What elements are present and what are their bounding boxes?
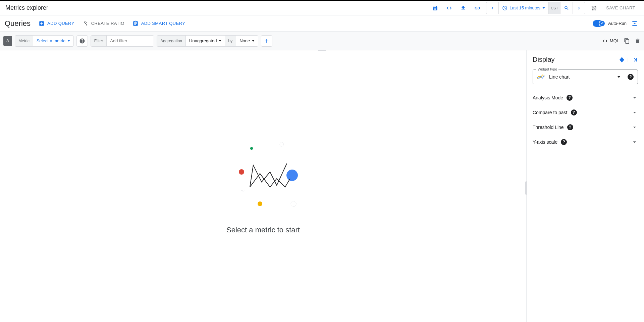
panel-resize-handle[interactable]: [525, 181, 527, 195]
help-icon[interactable]: ?: [567, 124, 573, 130]
accordion-title: Analysis Mode: [533, 95, 563, 100]
aggregation-label: Aggregation: [157, 36, 186, 46]
by-label: by: [225, 36, 236, 46]
metric-value-text: Select a metric: [37, 38, 65, 43]
svg-point-5: [291, 201, 296, 206]
chevron-down-icon: [67, 40, 70, 42]
query-row: A Metric Select a metric Filter Aggregat…: [0, 32, 644, 50]
sort-icon[interactable]: [620, 57, 624, 62]
time-prev-button[interactable]: [486, 2, 499, 14]
delete-query-icon[interactable]: [635, 38, 641, 44]
add-query-button[interactable]: ADD QUERY: [39, 20, 74, 27]
collapse-queries-icon[interactable]: [630, 19, 639, 28]
time-zoom-button[interactable]: [560, 2, 573, 14]
accordion-threshold-line[interactable]: Threshold Line ?: [533, 120, 638, 135]
svg-point-2: [258, 201, 262, 206]
metric-value-button[interactable]: Select a metric: [33, 36, 73, 46]
widget-type-legend: Widget type: [536, 67, 558, 71]
display-panel: Display | Widget type Line chart ?: [527, 50, 644, 322]
widget-help-icon[interactable]: ?: [628, 74, 634, 80]
download-icon[interactable]: [457, 1, 470, 15]
line-chart-icon: [537, 74, 545, 80]
aggregation-value-text: Unaggregated: [189, 38, 217, 43]
widget-type-select[interactable]: Widget type Line chart ?: [533, 70, 638, 84]
row-resize-handle[interactable]: [318, 50, 326, 51]
widget-type-value: Line chart: [549, 74, 613, 80]
aggregation-value-button[interactable]: Unaggregated: [186, 36, 225, 46]
timezone-label[interactable]: CST: [549, 2, 560, 14]
collapse-panel-icon[interactable]: [632, 57, 638, 63]
save-chart-button[interactable]: SAVE CHART: [601, 2, 640, 14]
help-icon[interactable]: ?: [567, 95, 573, 101]
app-header: Metrics explorer Last 15 minutes CST: [0, 1, 644, 15]
metric-selector: Metric Select a metric: [15, 35, 74, 47]
save-query-icon[interactable]: [428, 1, 442, 15]
add-smart-query-button[interactable]: ADD SMART QUERY: [132, 20, 185, 27]
page-title: Metrics explorer: [4, 4, 48, 11]
code-icon[interactable]: [442, 1, 456, 15]
autorun-label: Auto-Run: [608, 21, 627, 26]
filter-input-group: Filter: [91, 35, 154, 47]
create-ratio-label: CREATE RATIO: [91, 21, 124, 26]
mql-label: MQL: [610, 38, 619, 43]
svg-point-0: [250, 147, 253, 150]
queries-toolbar: Queries ADD QUERY CREATE RATIO ADD SMART…: [0, 15, 644, 32]
time-range-button[interactable]: Last 15 minutes: [499, 2, 549, 14]
svg-point-3: [286, 170, 298, 181]
link-icon[interactable]: [471, 1, 484, 15]
query-id-badge[interactable]: A: [3, 36, 12, 46]
mql-button[interactable]: MQL: [602, 38, 619, 44]
accordion-title: Compare to past: [533, 110, 568, 115]
chevron-down-icon: [631, 124, 638, 131]
svg-rect-6: [636, 58, 637, 61]
chevron-down-icon: [219, 40, 221, 42]
add-smart-query-label: ADD SMART QUERY: [141, 21, 185, 26]
accordion-compare-to-past[interactable]: Compare to past ?: [533, 105, 638, 120]
by-value-button[interactable]: None: [236, 36, 258, 46]
chevron-down-icon: [618, 76, 620, 78]
header-toolbar: Last 15 minutes CST SAVE CHART: [428, 1, 640, 15]
content-area: Select a metric to start Display | Widge…: [0, 50, 644, 322]
queries-title: Queries: [5, 19, 31, 28]
add-query-label: ADD QUERY: [47, 21, 74, 26]
sync-disabled-icon[interactable]: [587, 1, 601, 15]
filter-label: Filter: [91, 36, 107, 46]
aggregation-group: Aggregation Unaggregated by None: [157, 35, 258, 47]
display-panel-title: Display: [533, 56, 555, 63]
svg-point-1: [239, 169, 244, 175]
metric-help-icon[interactable]: [76, 35, 88, 47]
time-range-label: Last 15 minutes: [509, 5, 540, 10]
chevron-down-icon: [631, 109, 638, 116]
autorun-toggle[interactable]: [593, 20, 605, 27]
chevron-down-icon: [631, 139, 638, 145]
help-icon[interactable]: ?: [571, 109, 577, 116]
copy-query-icon[interactable]: [624, 38, 630, 44]
accordion-title: Threshold Line: [533, 125, 564, 130]
time-range-picker: Last 15 minutes CST: [486, 2, 585, 14]
help-icon[interactable]: ?: [561, 139, 567, 145]
accordion-title: Y-axis scale: [533, 139, 557, 145]
accordion-analysis-mode[interactable]: Analysis Mode ?: [533, 90, 638, 105]
chevron-down-icon: [252, 40, 255, 42]
chevron-down-icon: [542, 7, 545, 9]
empty-state-message: Select a metric to start: [226, 226, 300, 234]
svg-point-4: [280, 142, 284, 146]
metric-label: Metric: [15, 36, 33, 46]
time-next-button[interactable]: [573, 2, 585, 14]
create-ratio-button[interactable]: CREATE RATIO: [83, 20, 124, 27]
accordion-y-axis-scale[interactable]: Y-axis scale ?: [533, 135, 638, 149]
chart-canvas: Select a metric to start: [0, 50, 527, 322]
chevron-down-icon: [631, 94, 638, 101]
empty-state-illustration: [226, 138, 300, 212]
add-aggregation-button[interactable]: [261, 35, 272, 47]
by-value-text: None: [239, 38, 250, 43]
filter-input[interactable]: [107, 36, 154, 46]
